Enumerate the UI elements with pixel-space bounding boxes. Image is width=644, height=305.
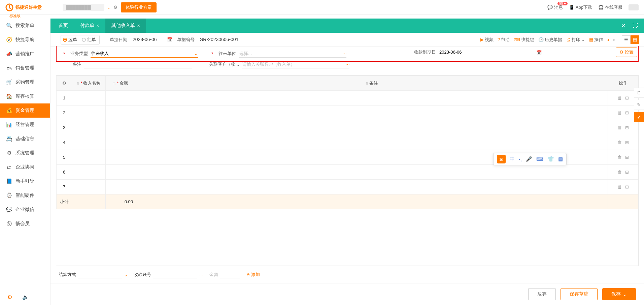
- company-switcher[interactable]: ████████ ⌄ ⚙: [63, 4, 117, 11]
- tab-2[interactable]: 其他收入单✕: [105, 19, 146, 33]
- table-row[interactable]: 7🗑⊞: [57, 180, 638, 194]
- more-icon[interactable]: ⋯: [342, 51, 347, 56]
- pay-account-input[interactable]: [153, 271, 197, 278]
- close-icon[interactable]: ✕: [137, 24, 140, 28]
- radio-blue[interactable]: 蓝单: [63, 37, 77, 43]
- more-icon[interactable]: ⋯: [199, 272, 203, 277]
- col-remark[interactable]: ⇅备注: [136, 76, 608, 91]
- add-row-icon[interactable]: ⊞: [625, 95, 629, 100]
- sidebar-item-label: 库存核算: [15, 93, 34, 99]
- chevron-down-icon[interactable]: ⌄: [124, 272, 128, 277]
- delete-row-icon[interactable]: 🗑: [617, 110, 622, 115]
- sidebar-item-2[interactable]: 📣营销推广: [0, 47, 50, 61]
- collapse-icon[interactable]: 🔈: [22, 294, 29, 300]
- sidebar-item-5[interactable]: 🏠库存核算: [0, 89, 50, 103]
- tb-video[interactable]: ▶视频: [480, 37, 494, 43]
- tb-shortcut[interactable]: ⌨快捷键: [514, 37, 534, 43]
- table-row[interactable]: 3🗑⊞: [57, 120, 638, 135]
- gear-icon[interactable]: ⚙: [113, 5, 117, 10]
- save-button[interactable]: 保存⌄: [602, 288, 636, 300]
- sidebar-item-9[interactable]: ⚙系统管理: [0, 146, 50, 160]
- sidebar-item-3[interactable]: 🛍销售管理: [0, 61, 50, 75]
- tab-close-all-icon[interactable]: ✕: [618, 20, 629, 31]
- table-row[interactable]: 2🗑⊞: [57, 105, 638, 120]
- ime-lang[interactable]: 中: [510, 156, 515, 162]
- sidebar-item-label: 企业协同: [15, 164, 34, 170]
- play-icon: ▶: [480, 37, 484, 42]
- app-download-link[interactable]: 📱 App下载: [569, 4, 592, 10]
- more-icon[interactable]: ⋯: [345, 62, 350, 67]
- delete-row-icon[interactable]: 🗑: [617, 155, 622, 160]
- support-link[interactable]: 🎧 在线客服: [598, 4, 622, 10]
- view-list-button[interactable]: ☰: [622, 35, 631, 44]
- sidebar-item-8[interactable]: 📇基础信息: [0, 132, 50, 146]
- sidebar-item-4[interactable]: 🛒采购管理: [0, 75, 50, 89]
- sidebar-item-6[interactable]: 💰资金管理: [0, 103, 50, 118]
- ime-mic-icon[interactable]: 🎤: [526, 156, 532, 162]
- unit-input[interactable]: [239, 50, 346, 58]
- sidebar-item-10[interactable]: 🗂企业协同: [0, 160, 50, 174]
- row-number: 1: [57, 91, 72, 105]
- messages-link[interactable]: 💬 消息 99 +: [547, 4, 563, 10]
- ime-punct-icon[interactable]: •,: [519, 156, 522, 162]
- add-row-icon[interactable]: ⊞: [625, 155, 629, 160]
- tb-print[interactable]: 🖨打印 ⌄: [566, 37, 585, 43]
- add-row-icon[interactable]: ⊞: [625, 140, 629, 145]
- close-icon[interactable]: ✕: [96, 24, 99, 28]
- settings-icon[interactable]: ⚙: [7, 294, 12, 300]
- add-row-icon[interactable]: ⊞: [625, 184, 629, 189]
- sidebar-item-12[interactable]: ⌚智能硬件: [0, 188, 50, 203]
- pay-method-input[interactable]: [78, 271, 122, 278]
- remark-label: 备注: [57, 61, 81, 67]
- tb-action[interactable]: ▦操作: [589, 37, 603, 43]
- ime-menu-icon[interactable]: ▦: [558, 156, 563, 162]
- view-detail-button[interactable]: ▤: [631, 35, 639, 44]
- sidebar-item-0[interactable]: 🔍搜索菜单: [0, 19, 50, 33]
- ime-toolbar[interactable]: S 中 •, 🎤 ⌨ 👕 ▦: [493, 153, 567, 165]
- delete-row-icon[interactable]: 🗑: [617, 170, 622, 175]
- user-avatar[interactable]: [629, 4, 639, 10]
- table-row[interactable]: 4🗑⊞: [57, 135, 638, 150]
- sidebar-item-13[interactable]: 💬企业微信: [0, 203, 50, 217]
- tab-1[interactable]: 付款单✕: [74, 19, 105, 33]
- edge-edit-icon[interactable]: ✎: [634, 100, 644, 110]
- tb-help[interactable]: ?帮助: [498, 37, 510, 43]
- add-row-icon[interactable]: ⊞: [625, 110, 629, 115]
- tab-0[interactable]: 首页: [53, 19, 74, 33]
- fullscreen-icon[interactable]: ⛶: [630, 20, 641, 31]
- ime-keyboard-icon[interactable]: ⌨: [536, 156, 544, 162]
- nav-prev-icon[interactable]: ◂: [607, 37, 609, 42]
- table-row[interactable]: 1🗑⊞: [57, 91, 638, 105]
- delete-row-icon[interactable]: 🗑: [617, 125, 622, 130]
- delete-row-icon[interactable]: 🗑: [617, 95, 622, 100]
- pay-amount-input[interactable]: [220, 271, 240, 278]
- sidebar-item-1[interactable]: 🧭快捷导航: [0, 33, 50, 47]
- calendar-icon[interactable]: 📅: [167, 37, 172, 42]
- add-row-icon[interactable]: ⊞: [625, 170, 629, 175]
- add-payment-button[interactable]: ⊕ 添加: [246, 272, 260, 278]
- edge-expand-icon[interactable]: ⤢: [634, 112, 644, 122]
- col-gear[interactable]: ⚙: [57, 76, 72, 91]
- doc-no-label: 单据编号: [177, 37, 195, 43]
- sidebar-item-7[interactable]: 📊经营管理: [0, 118, 50, 132]
- doc-date-value[interactable]: 2023-06-06: [132, 36, 162, 43]
- nav-next-icon[interactable]: ▸: [613, 37, 616, 42]
- discard-button[interactable]: 放弃: [528, 288, 556, 300]
- col-amount[interactable]: ⇅*金额: [106, 76, 136, 91]
- sidebar-item-14[interactable]: Ⓥ畅会员: [0, 217, 50, 231]
- add-row-icon[interactable]: ⊞: [625, 125, 629, 130]
- table-row[interactable]: 6🗑⊞: [57, 165, 638, 180]
- save-draft-button[interactable]: 保存草稿: [561, 288, 598, 300]
- radio-red[interactable]: 红单: [82, 37, 96, 43]
- experience-button[interactable]: 体验行业方案: [121, 2, 157, 12]
- brand-name: 畅捷通好生意: [15, 4, 42, 10]
- ime-skin-icon[interactable]: 👕: [548, 156, 554, 162]
- chevron-down-icon[interactable]: ⌄: [194, 51, 198, 56]
- delete-row-icon[interactable]: 🗑: [617, 184, 622, 189]
- biz-type-input[interactable]: [91, 50, 198, 58]
- delete-row-icon[interactable]: 🗑: [617, 140, 622, 145]
- sidebar-item-11[interactable]: 📘新手引导: [0, 174, 50, 188]
- tb-history[interactable]: 🕑历史单据: [538, 37, 562, 43]
- edge-note-icon[interactable]: 🗒: [634, 88, 644, 98]
- col-income-name[interactable]: ⇅*收入名称: [72, 76, 106, 91]
